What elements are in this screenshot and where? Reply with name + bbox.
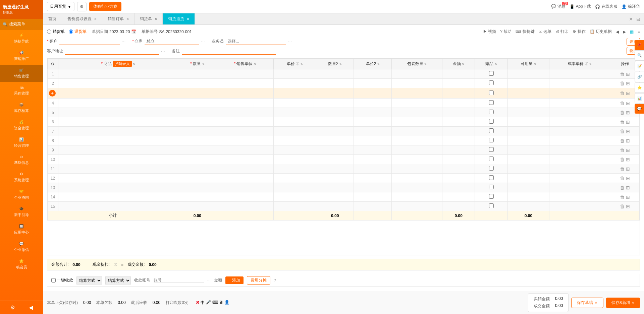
available-cell-5[interactable] [507,108,549,117]
select-btn[interactable]: ☑ 选单 [539,29,551,35]
copy-icon-12[interactable]: ⊞ [626,176,630,181]
unit2-cell-6[interactable] [354,117,391,127]
gift-checkbox-10[interactable] [489,156,494,161]
qty-cell-13[interactable] [178,183,217,192]
available-cell-8[interactable] [507,136,549,145]
radio-sale-input[interactable] [47,29,51,34]
gift-cell-3[interactable] [475,88,507,99]
gift-checkbox-11[interactable] [489,166,494,171]
product-cell-5[interactable] [58,108,178,117]
qty2-cell-14[interactable] [316,192,354,202]
th-settings[interactable]: ⚙ [48,59,58,69]
copy-icon-15[interactable]: ⊞ [626,204,630,209]
unit-price-cell-15[interactable] [273,202,316,211]
right-panel-btn-5[interactable]: ⭐ [635,82,644,93]
cost-price-cell-6[interactable] [549,117,610,127]
gift-cell-13[interactable] [475,183,507,192]
sale-unit-cell-1[interactable] [217,69,273,79]
product-cell-9[interactable] [58,145,178,155]
right-panel-btn-7[interactable]: 💬 [635,104,644,114]
sidebar-item-apps[interactable]: 🔲 应用中心 [0,221,43,238]
warehouse-input[interactable] [145,38,199,45]
pack-qty-cell-15[interactable] [391,202,442,211]
video-btn[interactable]: ▶ 视频 [483,29,496,35]
product-cell-2[interactable] [58,79,178,88]
sidebar-search[interactable]: 🔍 搜索菜单 [0,19,43,30]
tab-sales[interactable]: 销货单 × [135,13,163,24]
qty-cell-11[interactable] [178,164,217,174]
right-panel-btn-4[interactable]: 🔗 [635,72,644,82]
tab-home[interactable]: 首页 [43,13,62,24]
sidebar-item-operations[interactable]: 📊 经营管理 [0,134,43,151]
unit2-cell-7[interactable] [354,127,391,136]
warehouse-select-btn[interactable]: ··· [201,39,205,44]
payment-dots[interactable]: ··· [207,278,211,283]
qty-cell-15[interactable] [178,202,217,211]
product-cell-12[interactable] [58,174,178,183]
cost-price-cell-12[interactable] [549,174,610,183]
product-cell-10[interactable] [58,155,178,164]
product-cell-11[interactable] [58,164,178,174]
pack-qty-cell-7[interactable] [391,127,442,136]
amount-cell-15[interactable] [442,202,475,211]
sale-unit-cell-12[interactable] [217,174,273,183]
sale-unit-cell-2[interactable] [217,79,273,88]
qty-cell-7[interactable] [178,127,217,136]
product-cell-14[interactable] [58,192,178,202]
qty2-cell-12[interactable] [316,174,354,183]
history-btn[interactable]: 📋 历史单据 [590,29,612,35]
gift-cell-7[interactable] [475,127,507,136]
tab-price-close[interactable]: × [94,17,97,21]
add-row-btn[interactable]: + [49,90,56,97]
qty2-cell-3[interactable] [316,88,354,99]
unit-price-cell-11[interactable] [273,164,316,174]
radio-return-input[interactable] [69,29,73,34]
available-cell-4[interactable] [507,99,549,108]
sort-product-icon[interactable]: ⇅ [133,63,135,66]
qty2-cell-10[interactable] [316,155,354,164]
unit-price-cell-9[interactable] [273,145,316,155]
qty-cell-4[interactable] [178,99,217,108]
available-cell-6[interactable] [507,117,549,127]
right-panel-btn-3[interactable]: 📝 [635,61,644,71]
sort-unit2-icon[interactable]: ⇅ [377,63,380,66]
unit2-cell-11[interactable] [354,164,391,174]
delete-icon-13[interactable]: 🗑 [620,185,625,190]
copy-icon-6[interactable]: ⊞ [626,119,630,125]
qty2-cell-11[interactable] [316,164,354,174]
copy-icon-2[interactable]: ⊞ [626,81,630,86]
cost-price-cell-5[interactable] [549,108,610,117]
tab-return-close[interactable]: × [187,17,189,21]
gift-checkbox-3[interactable] [489,90,494,95]
copy-icon-14[interactable]: ⊞ [626,194,630,200]
qty2-cell-9[interactable] [316,145,354,155]
delete-icon-3[interactable]: 🗑 [620,90,625,96]
sidebar-item-vip[interactable]: 🌟 畅会员 [0,256,43,273]
view-list-btn[interactable]: ≡ [638,29,640,34]
calc-method-select[interactable]: 结算方式 [76,276,102,285]
qty2-cell-6[interactable] [316,117,354,127]
cost-price-cell-1[interactable] [549,69,610,79]
trial-btn[interactable]: 体验行业方案 [89,2,121,11]
category-selector[interactable]: 日用百货 ▼ [47,2,74,11]
amount-cell-5[interactable] [442,108,475,117]
sort-unit-icon[interactable]: ⇅ [254,63,256,66]
radio-return[interactable]: 退货单 [69,29,87,35]
pack-qty-cell-12[interactable] [391,174,442,183]
sale-unit-cell-14[interactable] [217,192,273,202]
sort-qty2-icon[interactable]: ⇅ [339,63,342,66]
sidebar-item-wechat[interactable]: 💬 企业微信 [0,238,43,256]
sale-unit-cell-15[interactable] [217,202,273,211]
product-cell-15[interactable] [58,202,178,211]
gift-cell-14[interactable] [475,192,507,202]
available-cell-7[interactable] [507,127,549,136]
next-btn[interactable]: ▶ [623,29,626,34]
available-cell-14[interactable] [507,192,549,202]
customer-select-btn[interactable]: ··· [122,39,126,44]
pack-qty-cell-1[interactable] [391,69,442,79]
gift-cell-12[interactable] [475,174,507,183]
unit-price-cell-13[interactable] [273,183,316,192]
unit-price-cell-5[interactable] [273,108,316,117]
copy-icon-13[interactable]: ⊞ [626,185,630,190]
qty2-cell-4[interactable] [316,99,354,108]
